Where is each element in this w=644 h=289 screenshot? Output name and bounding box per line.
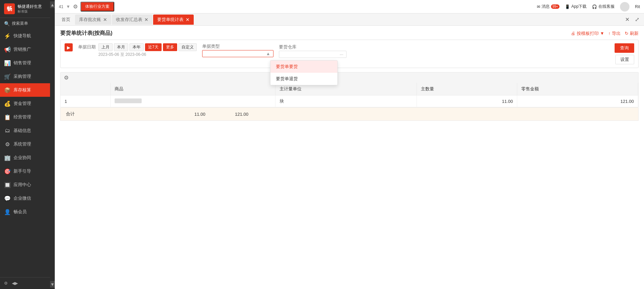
footer-quantity: 11.00: [194, 112, 235, 117]
table-toolbar: ⚙: [61, 72, 638, 83]
message-icon: ✉: [537, 4, 540, 9]
btn-this-month[interactable]: 本月: [114, 43, 128, 51]
collapse-button[interactable]: ◀▶: [12, 281, 18, 286]
sidebar-scroll: ▲ ▼: [50, 0, 55, 289]
table-row: 1 块 11.00 121.00: [61, 95, 638, 107]
scroll-down-button[interactable]: ▼: [50, 281, 55, 288]
message-badge: 99+: [551, 4, 559, 9]
cell-amount: 121.00: [517, 95, 638, 107]
sidebar-item-apps[interactable]: 🔲 应用中心: [0, 178, 50, 192]
page-header: 要货单统计表(按商品) 🖨 按模板打印 ▼ ↑ 导出 ↻ 刷新: [55, 26, 644, 40]
topbar: 41 ▼ ⚙ 体验行业方案 ✉ 消息 99+ 📱 App下载 🎧 在线客服 Ri…: [55, 0, 644, 14]
nav-icon: 👤: [4, 208, 11, 215]
sidebar-item-wechat[interactable]: 💬 企业微信: [0, 192, 50, 205]
cell-quantity: 11.00: [416, 95, 517, 107]
col-product: 商品: [110, 83, 275, 95]
main-area: 41 ▼ ⚙ 体验行业方案 ✉ 消息 99+ 📱 App下载 🎧 在线客服 Ri…: [55, 0, 644, 289]
sidebar-item-purchase[interactable]: 🛒 采购管理: [0, 70, 50, 83]
filter-warehouse-group: 要货仓库 ···: [279, 43, 347, 58]
filter-type-input[interactable]: ▲: [202, 50, 273, 57]
footer-amount: 121.00: [235, 112, 276, 117]
sidebar-footer: ⚙ ◀▶: [0, 277, 50, 289]
sidebar-item-operation[interactable]: 📋 经营管理: [0, 110, 50, 124]
nav-icon: 📊: [4, 60, 11, 66]
dropdown-item-requisition-order[interactable]: 要货单要货: [270, 61, 337, 73]
tab-close-all-button[interactable]: ✕: [623, 16, 631, 23]
sidebar-item-system[interactable]: ⚙ 系统管理: [0, 137, 50, 151]
query-button[interactable]: 查询: [615, 43, 634, 53]
btn-this-year[interactable]: 本年: [129, 43, 144, 51]
refresh-icon: ↻: [625, 31, 628, 36]
tab-close-icon[interactable]: ✕: [186, 17, 190, 22]
sidebar-item-member[interactable]: 👤 畅会员: [0, 205, 50, 219]
service-button[interactable]: 🎧 在线客服: [592, 4, 615, 9]
sidebar: 畅 畅捷通好生意 标准版 🔍 搜索菜单 ⚡ 快捷导航 📢 营销推广 📊 销售管理…: [0, 0, 50, 289]
btn-last-7-days[interactable]: 近7天: [145, 43, 162, 51]
chevron-down-icon[interactable]: ▼: [66, 4, 70, 9]
filter-warehouse-input[interactable]: ···: [279, 51, 347, 58]
filter-actions: 查询 设置: [615, 43, 634, 64]
tab-bar: 首页 库存批次账 ✕ 收发存汇总表 ✕ 要货单统计表 ✕ ✕ ⤢: [55, 14, 644, 26]
sidebar-search[interactable]: 🔍 搜索菜单: [0, 18, 50, 29]
sidebar-item-basic[interactable]: 🗂 基础信息: [0, 124, 50, 137]
filter-bar: ▶ 单据日期 上月 本月 本年 近7天 更多 自定义 2023-05-06 至 …: [60, 40, 639, 68]
btn-more[interactable]: 更多: [163, 43, 177, 51]
topbar-left: 41 ▼ ⚙ 体验行业方案: [59, 2, 533, 12]
sidebar-item-inventory[interactable]: 📦 库存核算: [0, 83, 50, 97]
nav-icon: ⚡: [4, 32, 11, 39]
btn-custom[interactable]: 自定义: [178, 43, 197, 51]
sidebar-item-marketing[interactable]: 📢 营销推广: [0, 43, 50, 56]
trial-button[interactable]: 体验行业方案: [80, 2, 114, 12]
tab-close-icon[interactable]: ✕: [103, 17, 107, 22]
sidebar-item-newbie[interactable]: 🎯 新手引导: [0, 164, 50, 178]
gear-icon[interactable]: ⚙: [73, 3, 78, 10]
message-button[interactable]: ✉ 消息 99+: [537, 4, 559, 9]
avatar[interactable]: [620, 2, 629, 12]
nav-icon: 💬: [4, 195, 11, 202]
sidebar-item-finance[interactable]: 💰 资金管理: [0, 97, 50, 110]
tab-recv-summary[interactable]: 收发存汇总表 ✕: [112, 15, 152, 25]
sidebar-item-enterprise[interactable]: 🏢 企业协同: [0, 151, 50, 164]
col-amount: 零售金额: [517, 83, 638, 95]
btn-last-month[interactable]: 上月: [98, 43, 113, 51]
nav-icon: 🗂: [4, 127, 11, 134]
dropdown-item-requisition-return[interactable]: 要货单退货: [270, 73, 337, 85]
sidebar-item-sales[interactable]: 📊 销售管理: [0, 56, 50, 70]
logo-icon: 畅: [4, 3, 15, 14]
nav-icon: 🔲: [4, 181, 11, 188]
filter-expand-button[interactable]: ▶: [65, 43, 73, 51]
table-body: 1 块 11.00 121.00: [61, 95, 638, 107]
data-table: 商品 主计量单位 主数量 零售金额 1 块 11.00 121.00: [61, 83, 638, 107]
print-button[interactable]: 🖨 按模板打印 ▼: [571, 30, 604, 37]
nav-icon: ⚙: [4, 141, 11, 148]
tab-expand-button[interactable]: ⤢: [633, 16, 641, 23]
nav-icon: 📢: [4, 46, 11, 53]
search-icon: 🔍: [4, 21, 10, 26]
cell-index: 1: [61, 95, 110, 107]
refresh-button[interactable]: ↻ 刷新: [625, 30, 639, 37]
table-gear-icon[interactable]: ⚙: [64, 74, 69, 81]
tab-requisition-summary[interactable]: 要货单统计表 ✕: [153, 15, 194, 25]
export-button[interactable]: ↑ 导出: [609, 30, 621, 37]
type-input-field[interactable]: [205, 51, 266, 56]
app-download-button[interactable]: 📱 App下载: [565, 4, 587, 9]
tab-close-icon[interactable]: ✕: [144, 17, 148, 22]
filter-date-group: 单据日期 上月 本月 本年 近7天 更多 自定义 2023-05-06 至 20…: [78, 43, 197, 58]
scroll-up-button[interactable]: ▲: [50, 1, 55, 8]
data-table-wrap: ⚙ 商品 主计量单位 主数量 零售金额 1: [60, 72, 639, 108]
table-header: 商品 主计量单位 主数量 零售金额: [61, 83, 638, 95]
sidebar-item-quick-nav[interactable]: ⚡ 快捷导航: [0, 29, 50, 43]
settings-button[interactable]: ⚙: [4, 281, 8, 286]
ellipsis-icon[interactable]: ···: [340, 52, 343, 57]
nav-icon: 📦: [4, 87, 11, 93]
tab-home[interactable]: 首页: [57, 15, 74, 25]
username-label: Rit: [635, 4, 640, 9]
topbar-right: ✉ 消息 99+ 📱 App下载 🎧 在线客服 Rit: [537, 2, 640, 12]
chevron-up-icon[interactable]: ▲: [266, 51, 270, 56]
filter-date-buttons: 上月 本月 本年 近7天 更多 自定义: [98, 43, 197, 51]
setting-button[interactable]: 设置: [615, 55, 634, 64]
tab-inventory-batch[interactable]: 库存批次账 ✕: [75, 15, 111, 25]
nav-icon: 🛒: [4, 73, 11, 80]
table-footer: 合计 11.00 121.00: [60, 108, 639, 121]
nav-icon: 📋: [4, 114, 11, 120]
